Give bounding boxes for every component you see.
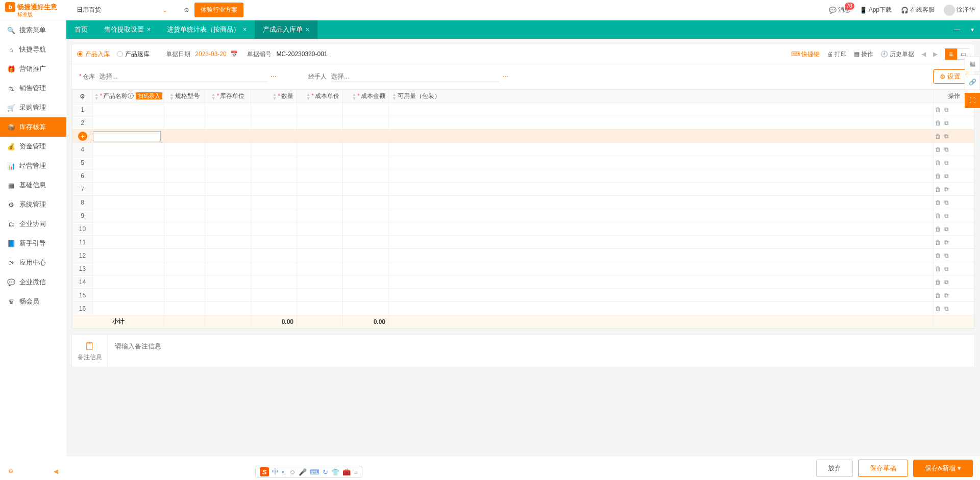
delete-row-icon[interactable]: 🗑 [935,172,941,180]
sidebar-item-6[interactable]: 💰资金管理 [0,137,66,156]
cell-amount[interactable] [343,169,389,183]
cell-qty[interactable] [251,262,297,275]
prev-doc-button[interactable]: ◀ [921,50,926,58]
cell-amount[interactable] [343,275,389,289]
table-row[interactable]: 13🗑⧉ [72,262,974,275]
online-service-link[interactable]: 🎧 在线客服 [901,6,935,14]
cell-unit[interactable] [205,249,251,262]
tab-0[interactable]: 首页 [66,20,96,39]
cell-spec[interactable] [164,275,205,289]
copy-row-icon[interactable]: ⧉ [944,252,949,259]
cell-avail[interactable] [389,183,934,196]
rail-layout-icon[interactable]: ▦ [965,56,980,71]
settings-icon[interactable]: ⚙ [184,7,189,14]
cell-unit[interactable] [205,289,251,302]
sidebar-item-13[interactable]: 💬企业微信 [0,272,66,292]
cell-spec[interactable] [164,196,205,209]
tab-1[interactable]: 售价提取设置× [96,20,159,39]
cell-qty[interactable] [251,156,297,169]
cell-price[interactable] [297,169,343,183]
cell-price[interactable] [297,196,343,209]
rail-link-icon[interactable]: 🔗 [965,74,980,90]
cell-qty[interactable] [251,183,297,196]
sidebar-item-11[interactable]: 📘新手引导 [0,234,66,253]
save-and-new-button[interactable]: 保存&新增 ▾ [913,460,973,477]
save-draft-button[interactable]: 保存草稿 [858,460,908,477]
view-list-button[interactable]: ≡ [945,48,957,60]
warehouse-input[interactable] [99,71,267,82]
table-row[interactable]: +🗑⧉ [72,130,974,143]
user-menu[interactable]: 徐泽华 [944,5,975,16]
copy-row-icon[interactable]: ⧉ [944,265,949,272]
history-link[interactable]: 🕘历史单据 [880,50,914,59]
table-row[interactable]: 2🗑⧉ [72,116,974,130]
cell-avail[interactable] [389,103,934,116]
col-qty[interactable]: ▲▼*数量 [251,90,297,103]
col-amount[interactable]: ▲▼*成本金额 [343,90,389,103]
cell-avail[interactable] [389,249,934,262]
cell-price[interactable] [297,116,343,130]
delete-row-icon[interactable]: 🗑 [935,159,941,166]
discard-button[interactable]: 放弃 [816,460,853,477]
table-row[interactable]: 7🗑⧉ [72,183,974,196]
handler-input[interactable] [331,71,499,82]
cell-spec[interactable] [164,156,205,169]
cell-qty[interactable] [251,249,297,262]
delete-row-icon[interactable]: 🗑 [935,305,941,312]
cell-name[interactable] [93,302,164,315]
table-row[interactable]: 12🗑⧉ [72,249,974,262]
copy-row-icon[interactable]: ⧉ [944,106,949,113]
cell-avail[interactable] [389,275,934,289]
copy-row-icon[interactable]: ⧉ [944,279,949,286]
cell-spec[interactable] [164,103,205,116]
ime-menu-icon[interactable]: ≡ [354,468,358,476]
settings-button[interactable]: ⚙设置 [933,69,967,84]
cell-unit[interactable] [205,169,251,183]
cell-price[interactable] [297,103,343,116]
cell-price[interactable] [297,236,343,249]
cell-name[interactable] [93,183,164,196]
cell-qty[interactable] [251,130,297,143]
copy-row-icon[interactable]: ⧉ [944,146,949,153]
cell-qty[interactable] [251,209,297,222]
cell-name[interactable] [93,130,164,143]
close-icon[interactable]: × [147,26,151,33]
cell-avail[interactable] [389,143,934,156]
doc-date-field[interactable]: 单据日期 2023-03-20 📅 [166,50,238,59]
delete-row-icon[interactable]: 🗑 [935,265,941,272]
ime-tool-icon[interactable]: 🧰 [342,468,351,476]
cell-name[interactable] [93,156,164,169]
collapse-sidebar-icon[interactable]: ◀ [54,468,58,475]
table-row[interactable]: 6🗑⧉ [72,169,974,183]
table-row[interactable]: 14🗑⧉ [72,275,974,289]
cell-amount[interactable] [343,143,389,156]
table-row[interactable]: 4🗑⧉ [72,143,974,156]
ime-mic-icon[interactable]: 🎤 [299,468,307,476]
cell-avail[interactable] [389,116,934,130]
ime-dot-icon[interactable]: •, [282,468,286,476]
cell-avail[interactable] [389,222,934,236]
cell-amount[interactable] [343,103,389,116]
cell-price[interactable] [297,302,343,315]
cell-qty[interactable] [251,222,297,236]
cell-price[interactable] [297,143,343,156]
delete-row-icon[interactable]: 🗑 [935,212,941,219]
cell-price[interactable] [297,156,343,169]
try-industry-button[interactable]: 体验行业方案 [194,3,243,17]
cell-spec[interactable] [164,249,205,262]
table-row[interactable]: 11🗑⧉ [72,236,974,249]
scan-entry-button[interactable]: 扫码录入 [136,92,162,99]
cell-qty[interactable] [251,302,297,315]
cell-unit[interactable] [205,275,251,289]
sidebar-item-0[interactable]: 🔍搜索菜单 [0,20,66,40]
cell-amount[interactable] [343,130,389,143]
cell-qty[interactable] [251,116,297,130]
ime-emoji-icon[interactable]: ☺ [289,468,296,476]
col-spec[interactable]: ▲▼规格型号 [164,90,205,103]
cell-name[interactable] [93,222,164,236]
cell-name[interactable] [93,116,164,130]
cell-unit[interactable] [205,156,251,169]
cell-name[interactable] [93,289,164,302]
copy-row-icon[interactable]: ⧉ [944,119,949,127]
copy-row-icon[interactable]: ⧉ [944,292,949,299]
